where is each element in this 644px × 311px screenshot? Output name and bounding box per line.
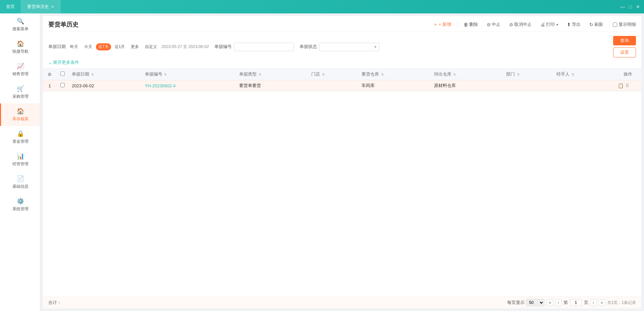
date-btn-today[interactable]: 今天: [82, 43, 95, 50]
page-header: 要货单历史 ＋ + 新增 🗑 删除 ⊘ 中止 ⊘ 取消中止: [43, 16, 641, 32]
refresh-icon: ↻: [589, 22, 593, 27]
col-doc-num-label: 单据编号: [145, 72, 162, 77]
last-page-btn[interactable]: »: [598, 299, 605, 306]
stop-icon: ⊘: [487, 22, 491, 27]
operations-mgmt-icon: 📊: [17, 152, 24, 160]
col-ops-label: 操作: [624, 72, 632, 77]
date-range-text: 2023-05-27 至 2023-06-02: [161, 44, 209, 50]
settings-button[interactable]: 设置: [613, 47, 636, 57]
col-doc-type[interactable]: 单据类型 ⇅: [236, 69, 308, 80]
new-button[interactable]: ＋ + 新增: [430, 20, 454, 29]
row-dept: [503, 80, 553, 91]
page-num-input[interactable]: [570, 299, 582, 306]
col-ops: 操作: [614, 69, 641, 80]
row-op-edit-icon[interactable]: ⠿: [626, 83, 629, 88]
row-checkbox[interactable]: [60, 83, 65, 87]
page-title: 要货单历史: [48, 20, 78, 29]
tab-requisition-history[interactable]: 要货单历史 ✕: [21, 0, 60, 13]
sidebar-item-system-mgmt[interactable]: ⚙️ 系统管理: [0, 193, 40, 216]
date-btn-more[interactable]: 更多: [128, 43, 141, 50]
cancel-stop-button[interactable]: ⊘ 取消中止: [506, 20, 534, 29]
close-icon[interactable]: ✕: [636, 4, 640, 9]
sales-mgmt-icon: 📈: [17, 62, 24, 70]
sidebar-item-purchase-mgmt[interactable]: 🛒 采购管理: [0, 81, 40, 103]
refresh-button[interactable]: ↻ 刷新: [587, 20, 606, 29]
col-doc-num[interactable]: 单据编号 ⇅: [142, 69, 236, 80]
docnum-input[interactable]: [234, 43, 294, 51]
sidebar-item-search-menu[interactable]: 🔍 搜索菜单: [0, 13, 40, 36]
col-doc-type-label: 单据类型: [239, 72, 257, 77]
new-icon: ＋: [433, 21, 438, 28]
settings-icon[interactable]: ⚙: [48, 72, 52, 77]
col-store[interactable]: 门店 ⇅: [308, 69, 358, 80]
basic-info-icon: 📄: [17, 175, 24, 182]
stop-button[interactable]: ⊘ 中止: [484, 20, 503, 29]
prev-page-btn[interactable]: ‹: [555, 299, 561, 306]
query-button[interactable]: 查询: [613, 36, 636, 45]
row-op-view-icon[interactable]: 📋: [618, 83, 624, 88]
sidebar-item-quick-nav[interactable]: 🏠 快捷导航: [0, 36, 40, 58]
filter-row-1: 单据日期 昨天 今天 近7天 近1月 更多 自定义 2023-05-27 至 2…: [48, 36, 636, 57]
date-filter-label: 单据日期: [48, 44, 66, 50]
sidebar-item-operations-mgmt[interactable]: 📊 经营管理: [0, 148, 40, 171]
date-btn-1month[interactable]: 近1月: [112, 43, 127, 50]
per-page-select[interactable]: 50 20 100: [526, 299, 544, 306]
header-actions: ＋ + 新增 🗑 删除 ⊘ 中止 ⊘ 取消中止 🖨 打: [430, 20, 636, 29]
maximize-icon[interactable]: □: [629, 4, 632, 9]
row-store: [308, 80, 358, 91]
expand-more-label: 展开更多条件: [53, 59, 79, 65]
status-select[interactable]: [319, 43, 379, 51]
col-settings[interactable]: ⚙: [43, 69, 56, 80]
system-mgmt-icon: ⚙️: [17, 197, 24, 205]
export-button[interactable]: ⬆ 导出: [564, 20, 583, 29]
sidebar-item-inventory-calc[interactable]: 🏠 库存核算: [0, 103, 40, 126]
date-btn-custom[interactable]: 自定义: [143, 43, 159, 50]
content-area: 要货单历史 ＋ + 新增 🗑 删除 ⊘ 中止 ⊘ 取消中止: [43, 16, 641, 308]
delete-label: 删除: [469, 21, 478, 28]
table-footer: 合计： 每页显示 50 20 100 « ‹ 第 页 › » 共1页，1条记录: [43, 297, 641, 308]
col-req-warehouse-label: 要货仓库: [362, 72, 379, 77]
divider-1: [457, 22, 458, 27]
date-filter-buttons: 昨天 今天 近7天 近1月 更多 自定义: [68, 43, 159, 50]
print-button[interactable]: 🖨 打印 ▾: [538, 20, 561, 29]
col-handler[interactable]: 经手人 ⇅: [553, 69, 614, 80]
next-page-btn[interactable]: ›: [590, 299, 596, 306]
sidebar: 🔍 搜索菜单 🏠 快捷导航 📈 销售管理 🛒 采购管理 🏠 库存核算 🔒 资金管…: [0, 13, 40, 311]
date-btn-7days[interactable]: 近7天: [96, 43, 111, 50]
cancel-stop-icon: ⊘: [509, 22, 513, 27]
sidebar-item-sales-mgmt[interactable]: 📈 销售管理: [0, 58, 40, 81]
search-menu-label: 搜索菜单: [12, 26, 29, 32]
status-filter-group: 单据状态: [300, 43, 379, 51]
minimize-icon[interactable]: —: [621, 4, 625, 9]
date-btn-yesterday[interactable]: 昨天: [68, 43, 80, 50]
select-all-checkbox[interactable]: [60, 72, 65, 76]
total-label: 合计：: [48, 300, 61, 306]
sort-doc-type-icon: ⇅: [259, 73, 261, 76]
col-pending-warehouse[interactable]: 待出仓库 ⇅: [431, 69, 503, 80]
export-label: 导出: [572, 21, 581, 28]
first-page-btn[interactable]: «: [546, 299, 553, 306]
col-req-warehouse[interactable]: 要货仓库 ⇅: [358, 69, 430, 80]
page-label: 第: [564, 300, 568, 306]
tab-home[interactable]: 首页: [0, 0, 21, 13]
col-dept[interactable]: 部门 ⇅: [503, 69, 553, 80]
row-doc-num-link[interactable]: YH-20230602-4: [145, 83, 176, 88]
expand-more-btn[interactable]: ⌄ 展开更多条件: [48, 59, 636, 65]
divider-2: [609, 22, 609, 27]
print-icon: 🖨: [540, 22, 545, 27]
sidebar-item-basic-info[interactable]: 📄 基础信息: [0, 171, 40, 193]
sidebar-item-capital-mgmt[interactable]: 🔒 资金管理: [0, 126, 40, 148]
print-dropdown-icon: ▾: [556, 23, 558, 27]
tab-close-icon[interactable]: ✕: [51, 5, 54, 9]
col-doc-date[interactable]: 单据日期 ⇅: [68, 69, 142, 80]
delete-button[interactable]: 🗑 删除: [461, 20, 481, 29]
row-checkbox-cell: [56, 80, 68, 91]
system-mgmt-label: 系统管理: [12, 206, 29, 212]
row-ops: 📋 ⠿: [614, 80, 641, 91]
show-detail-checkbox-label[interactable]: 显示明细: [613, 21, 636, 28]
row-ops-cell: 📋 ⠿: [618, 83, 638, 88]
page-info: 共1页，1条记录: [607, 300, 636, 306]
sort-doc-date-icon: ⇅: [91, 73, 94, 76]
tab-requisition-label: 要货单历史: [27, 4, 49, 10]
show-detail-checkbox[interactable]: [613, 23, 617, 27]
